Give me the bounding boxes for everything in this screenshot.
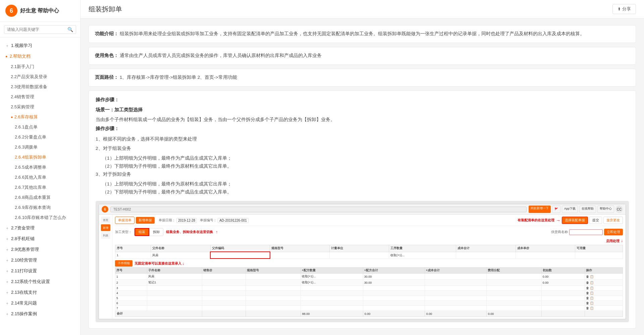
sidebar-item-split[interactable]: 2.6.2分量盘点单 xyxy=(0,132,80,142)
sidebar-sub-label: 2.6.5成本调整单 xyxy=(15,165,46,170)
ops-steps-title: 操作步骤： xyxy=(96,126,629,132)
sidebar-item-assembly[interactable]: 2.6.4组装拆卸单 xyxy=(0,152,80,162)
func-intro-block: 功能介绍： 组装拆卸单用来处理企业组装或拆卸等加工业务，支持有固定装配清单的产品… xyxy=(89,25,636,43)
search-icon[interactable]: 🔍 xyxy=(67,27,73,32)
sidebar-sub-label: 2.6库存核算 xyxy=(14,114,38,120)
sidebar-item-check[interactable]: 2.6.1盘点单 xyxy=(0,122,80,132)
nav-icon-3[interactable]: 列表 xyxy=(101,232,110,239)
sidebar-item-cost-adjust[interactable]: 2.6.5成本调整单 xyxy=(0,162,80,172)
sidebar-item-video[interactable]: ＋ 1.视频学习 xyxy=(0,40,80,51)
screenshot-container: 6 TEST-H002 同款新增一下 🚩 App下载 在线帮助 帮助中心 C xyxy=(96,201,629,322)
app-logo-small: 6 xyxy=(102,206,108,213)
content-area: 功能介绍： 组装拆卸单用来处理企业组装或拆卸等加工业务，支持有固定装配清单的产品… xyxy=(80,18,644,335)
sidebar-item-cases[interactable]: ＋ 2.15操作案例 xyxy=(0,309,80,319)
sidebar-item-prepare[interactable]: 2.3使用前数据准备 xyxy=(0,82,80,92)
expand-icon: ＋ xyxy=(5,279,9,284)
sidebar-item-label: 2.10经营管理 xyxy=(11,257,37,263)
app-left-nav: 首页 新增 列表 xyxy=(99,215,112,319)
nav-icon-1[interactable]: 首页 xyxy=(101,217,110,223)
sidebar-item-newcomer[interactable]: 2.1新手入门 xyxy=(0,62,80,72)
func-intro-label: 功能介绍： xyxy=(95,31,118,36)
step3: 3、对于拆卸业务 xyxy=(96,170,629,178)
ops-title: 操作步骤： xyxy=(96,97,629,103)
expand-icon: ＋ xyxy=(5,236,9,241)
role-label: 使用角色： xyxy=(95,53,118,58)
avatar-small: CC xyxy=(615,206,623,213)
support-btn[interactable]: 在线帮助 xyxy=(579,206,596,213)
sidebar-item-cost-reset[interactable]: 2.6.8商品成本重算 xyxy=(0,192,80,203)
arrow-icon-3: ↓ xyxy=(621,238,623,243)
sidebar-item-label: 2.12系统个性化设置 xyxy=(11,279,50,285)
annotation-1-text: 有装配清单的在这里处理 xyxy=(518,218,554,223)
sidebar-item-mobile[interactable]: ＋ 2.8手机旺铺 xyxy=(0,233,80,244)
tab-list-btn[interactable]: 单据清单 xyxy=(115,217,135,224)
sidebar-item-sales[interactable]: 2.4销售管理 xyxy=(0,92,80,102)
disassemble-tab-btn[interactable]: 拆卸 xyxy=(149,228,163,236)
sidebar-sub-label: 2.1新手入门 xyxy=(11,64,34,69)
search-input[interactable] xyxy=(7,27,67,32)
supplier-input[interactable] xyxy=(569,229,603,235)
expand-icon: ＋ xyxy=(5,43,9,48)
share-button[interactable]: ⬆ 分享 xyxy=(612,4,636,14)
sidebar-item-inventory-query[interactable]: 2.6.9库存账本查询 xyxy=(0,203,80,213)
confirm-btn[interactable]: 立即处理 xyxy=(604,229,623,235)
step1: 1、根据不同的业务，选择不同单据的类型来处理 xyxy=(96,135,629,143)
path-block: 页面路径： 1、库存核算->库存管理->组装拆卸单 2、首页->常用功能 xyxy=(89,69,636,87)
sidebar-item-faq[interactable]: ＋ 2.14常见问题 xyxy=(0,298,80,309)
sidebar-item-other-in[interactable]: 2.6.6其他入库单 xyxy=(0,172,80,182)
sidebar-item-label: 2.帮助文档 xyxy=(10,53,31,59)
sidebar-sub-label: 2.5采购管理 xyxy=(11,104,34,109)
expand-icon: ＋ xyxy=(5,226,9,231)
scene1-desc: 当由多个子件材料组装成一个成品的业务为【组装】业务，当由一个父件拆分成多个子产品… xyxy=(96,116,629,124)
help-center-btn[interactable]: 帮助中心 xyxy=(597,206,614,213)
sidebar: 6 好生意 帮助中心 🔍 ＋ 1.视频学习 ● 2.帮助文档 2.1新手入门 2… xyxy=(0,0,80,335)
step2-sub2: （2）下部明细为子件明细，最终作为原材料生成其它出库单。 xyxy=(102,162,629,170)
role-block: 使用角色： 通常由生产人员或库管人员完成拆装业务的操作，库管人员确认原材料的出库… xyxy=(89,47,636,65)
tab-new-btn[interactable]: 新增单据 xyxy=(136,217,155,224)
step2: 2、对于组装业务 xyxy=(96,145,629,153)
expand-icon: ＋ xyxy=(5,247,9,252)
sidebar-sub-label: 2.4销售管理 xyxy=(11,94,34,99)
step3-sub1: （1）上部明细为父件明细，最终作为原材料生成其它出库单； xyxy=(102,180,629,188)
sidebar-sub-label: 2.6.9库存账本查询 xyxy=(15,205,51,210)
expand-icon: ＋ xyxy=(5,269,9,274)
sidebar-item-print[interactable]: ＋ 2.11打印设置 xyxy=(0,266,80,276)
template-btn[interactable]: 选择装配单据 xyxy=(562,217,588,224)
sidebar-item-finance[interactable]: ＋ 2.7资金管理 xyxy=(0,223,80,233)
search-box[interactable]: 🔍 xyxy=(4,25,76,34)
path-label: 页面路径： xyxy=(95,75,118,80)
cancel-btn[interactable]: 放弃更改 xyxy=(603,217,623,224)
date-label: 单据日期： xyxy=(159,218,175,223)
sidebar-item-inventory[interactable]: ● 2.6库存核算 xyxy=(0,112,80,122)
sidebar-item-payment[interactable]: ＋ 2.13在线支付 xyxy=(0,287,80,298)
sidebar-item-other-out[interactable]: 2.6.7其他出库单 xyxy=(0,182,80,192)
sidebar-item-purchase[interactable]: 2.5采购管理 xyxy=(0,102,80,112)
submit-btn[interactable]: 提交 xyxy=(589,217,602,224)
arrow-icon-1: → xyxy=(556,218,560,223)
app-btn[interactable]: App下载 xyxy=(562,206,578,213)
sidebar-sub-label: 2.6.3调拨单 xyxy=(15,145,38,150)
new-doc-btn[interactable]: 同款新增一下 xyxy=(529,206,551,213)
search-area: 🔍 xyxy=(0,22,80,38)
sidebar-item-label: 2.13在线支付 xyxy=(11,289,37,295)
sidebar-item-inventory-error[interactable]: 2.6.10库存账本错了怎么办 xyxy=(0,213,80,223)
step3-sub2: （2）下部明细为子件明细，最终作为产成品生成其它入库单。 xyxy=(102,188,629,196)
date-value: 2019-12-28 xyxy=(176,218,197,223)
app-name: 好生意 帮助中心 xyxy=(20,7,59,14)
logo-area: 6 好生意 帮助中心 xyxy=(0,0,80,22)
main-panel: 组装拆卸单 ⬆ 分享 功能介绍： 组装拆卸单用来处理企业组装或拆卸等加工业务，支… xyxy=(80,0,644,335)
nav-icon-2[interactable]: 新增 xyxy=(101,224,110,231)
sidebar-item-adjust[interactable]: 2.6.3调拨单 xyxy=(0,142,80,152)
sidebar-item-docs[interactable]: ● 2.帮助文档 xyxy=(0,51,80,62)
assembly-tab-btn[interactable]: 组装 xyxy=(135,228,149,236)
sidebar-sub-label: 2.3使用前数据准备 xyxy=(11,84,47,89)
path-text: 1、库存核算->库存管理->组装拆卸单 2、首页->常用功能 xyxy=(120,75,237,80)
sidebar-item-coupon[interactable]: ＋ 2.9优惠券管理 xyxy=(0,244,80,255)
sidebar-item-operations[interactable]: ＋ 2.10经营管理 xyxy=(0,255,80,266)
sidebar-sub-label: 2.6.7其他出库单 xyxy=(15,185,46,190)
share-label: 分享 xyxy=(622,6,631,12)
nav-tree: ＋ 1.视频学习 ● 2.帮助文档 2.1新手入门 2.2产品安装及登录 2.3… xyxy=(0,38,80,335)
more-btn[interactable]: 🚩 xyxy=(552,206,560,213)
sidebar-item-settings[interactable]: ＋ 2.12系统个性化设置 xyxy=(0,276,80,287)
sidebar-item-install[interactable]: 2.2产品安装及登录 xyxy=(0,72,80,82)
